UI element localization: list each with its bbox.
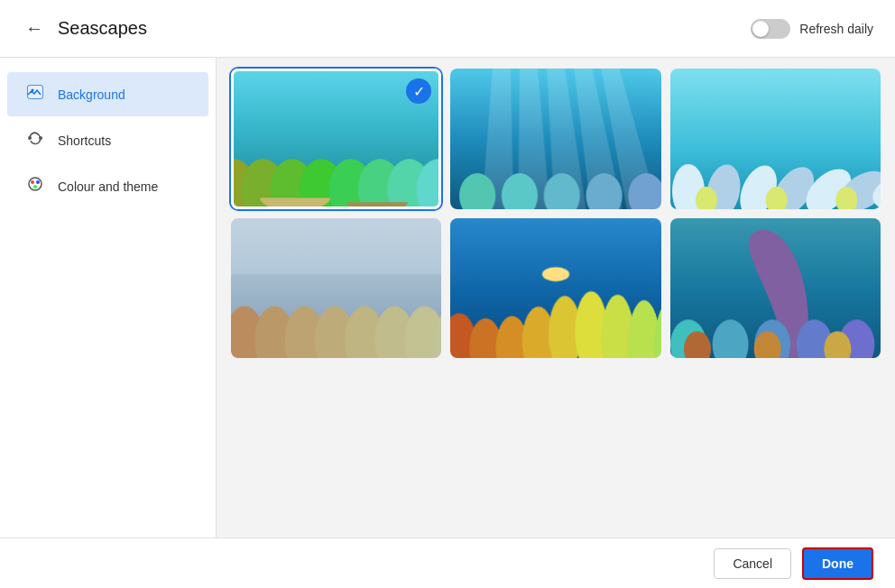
page-title: Seascapes xyxy=(58,18,147,39)
header-right: Refresh daily xyxy=(751,19,873,39)
content-area: ✓ xyxy=(217,58,895,537)
gallery-item-5[interactable] xyxy=(450,218,660,359)
gallery-canvas-3 xyxy=(670,69,881,209)
refresh-daily-toggle[interactable] xyxy=(751,19,790,39)
sidebar-label-shortcuts: Shortcuts xyxy=(58,133,111,148)
gallery-item-partial-3[interactable] xyxy=(670,367,881,403)
svg-point-6 xyxy=(31,180,34,184)
svg-point-3 xyxy=(28,136,32,140)
main-layout: Background Shortcuts xyxy=(0,58,895,537)
toggle-thumb xyxy=(752,21,769,37)
gallery-grid: ✓ xyxy=(231,69,881,403)
header-left: ← Seascapes xyxy=(22,14,147,42)
cancel-button[interactable]: Cancel xyxy=(714,548,791,579)
gallery-item-partial-2[interactable] xyxy=(450,367,660,403)
gallery-container[interactable]: ✓ xyxy=(217,58,895,537)
gallery-item-4[interactable] xyxy=(231,218,441,359)
svg-point-4 xyxy=(39,136,42,140)
done-button[interactable]: Done xyxy=(802,547,873,580)
sidebar-item-background[interactable]: Background xyxy=(7,72,208,116)
sidebar-label-background: Background xyxy=(58,87,125,102)
sidebar-item-colour-theme[interactable]: Colour and theme xyxy=(7,164,208,208)
refresh-daily-label: Refresh daily xyxy=(799,22,873,36)
back-button[interactable]: ← xyxy=(22,14,47,42)
colour-theme-icon xyxy=(25,175,45,198)
gallery-item-3[interactable] xyxy=(670,69,881,209)
svg-point-2 xyxy=(32,89,34,92)
gallery-canvas-partial-1 xyxy=(231,367,441,403)
gallery-item-1[interactable]: ✓ xyxy=(231,69,441,209)
header: ← Seascapes Refresh daily xyxy=(0,0,895,58)
gallery-canvas-6 xyxy=(670,218,881,359)
gallery-canvas-partial-2 xyxy=(450,367,660,403)
svg-point-7 xyxy=(36,180,40,184)
sidebar-item-shortcuts[interactable]: Shortcuts xyxy=(7,118,208,162)
gallery-canvas-4 xyxy=(231,218,441,359)
sidebar-label-colour-theme: Colour and theme xyxy=(58,179,158,194)
svg-point-8 xyxy=(33,185,37,188)
gallery-canvas-5 xyxy=(450,218,660,359)
shortcuts-icon xyxy=(25,129,45,152)
gallery-canvas-partial-3 xyxy=(670,367,881,403)
footer: Cancel Done xyxy=(0,537,895,588)
gallery-item-partial-1[interactable] xyxy=(231,367,441,403)
background-icon xyxy=(25,83,45,106)
gallery-canvas-2 xyxy=(450,69,660,209)
sidebar: Background Shortcuts xyxy=(0,58,217,537)
gallery-item-2[interactable] xyxy=(450,69,660,209)
gallery-item-6[interactable] xyxy=(670,218,881,359)
